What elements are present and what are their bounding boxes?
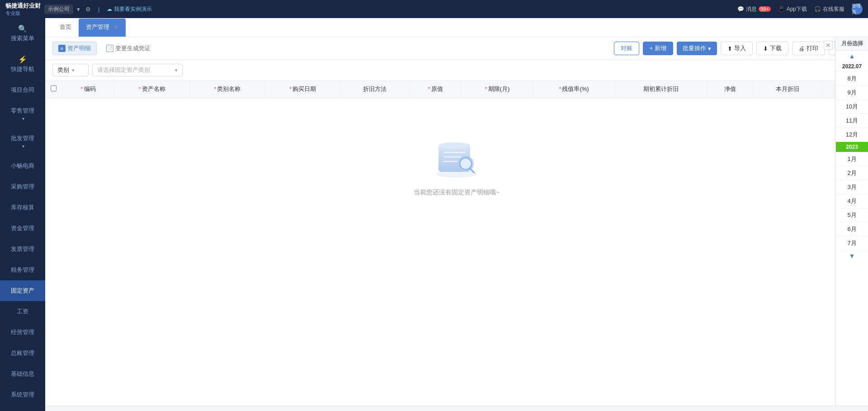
empty-state: 当前您还没有固定资产明细哦~	[45, 98, 868, 233]
month-8[interactable]: 8月	[836, 72, 868, 86]
category-filter[interactable]: 类别 ▾	[52, 64, 89, 76]
import-button[interactable]: ⬆ 导入	[721, 42, 753, 55]
col-code: *编码	[62, 80, 114, 98]
col-monthly-depreciation: 本月折旧	[753, 80, 822, 98]
sidebar-item-operations[interactable]: 经营管理	[0, 322, 45, 343]
filter-row: 类别 ▾ 请选择固定资产类别 ▾	[45, 60, 868, 80]
sidebar-item-system[interactable]: 系统管理	[0, 384, 45, 405]
company-dropdown-icon[interactable]: ▾	[77, 6, 80, 13]
sidebar-item-finance[interactable]: 资金管理	[0, 218, 45, 239]
month-9[interactable]: 9月	[836, 86, 868, 100]
sidebar-item-ledger[interactable]: 总账管理	[0, 343, 45, 364]
sidebar-quick-nav[interactable]: ⚡ 快捷导航	[0, 49, 45, 80]
select-all-checkbox[interactable]	[51, 85, 57, 91]
top-bar-left: 畅捷通好业财 专业版 示例公司 ▾ ⚙ | ☁ 我要看实例演示	[5, 2, 152, 17]
sub-tab-detail[interactable]: ≡ 资产明细	[52, 42, 97, 55]
sidebar-item-assets[interactable]: 固定资产	[0, 280, 45, 301]
col-accumulated-depreciation: 期初累计折旧	[615, 80, 707, 98]
tab-close-icon[interactable]: ✕	[114, 24, 118, 30]
sidebar-item-purchase[interactable]: 采购管理	[0, 176, 45, 197]
col-category: *类别名称	[189, 80, 265, 98]
input-arrow-icon: ▾	[175, 67, 178, 73]
col-depreciation-method: 折旧方法	[340, 80, 410, 98]
search-icon: 🔍	[4, 24, 42, 33]
brand-logo: 畅捷通好业财 专业版	[5, 2, 41, 17]
sidebar-item-wholesale[interactable]: 批发管理 ▾	[0, 128, 45, 156]
col-purchase-date: *购买日期	[265, 80, 340, 98]
demo-icon: ☁	[107, 6, 112, 12]
sidebar-item-invoice[interactable]: 发票管理	[0, 239, 45, 260]
svg-point-3	[439, 142, 470, 149]
month-12[interactable]: 12月	[836, 128, 868, 142]
reconcile-button[interactable]: 对账	[614, 42, 639, 55]
category-arrow-icon: ▾	[72, 67, 75, 73]
sub-tab-bar: ≡ 资产明细 📄 变更生成凭证 对账 + 新增 批量操作 ▾ ⬆	[45, 37, 868, 60]
online-service-button[interactable]: 🎧 在线客服	[814, 5, 844, 13]
empty-text: 当前您还没有固定资产明细哦~	[414, 189, 500, 197]
page-content: ≡ 资产明细 📄 变更生成凭证 对账 + 新增 批量操作 ▾ ⬆	[45, 37, 868, 406]
bottom-scrollbar[interactable]	[45, 406, 868, 411]
settings-icon[interactable]: ⚙	[85, 6, 91, 13]
empty-illustration	[429, 134, 484, 180]
download-icon: ⬇	[763, 45, 768, 52]
download-button[interactable]: ⬇ 下载	[756, 42, 788, 55]
user-avatar[interactable]: 管理员	[852, 4, 863, 14]
month-panel-header: 月份选择	[836, 37, 868, 51]
month-10[interactable]: 10月	[836, 100, 868, 114]
detail-tab-icon: ≡	[58, 45, 66, 52]
sub-tab-voucher[interactable]: 📄 变更生成凭证	[100, 42, 156, 55]
month-6[interactable]: 6月	[836, 222, 868, 236]
main-layout: 🔍 搜索菜单 ⚡ 快捷导航 项目合同 零售管理 ▾ 批发管理 ▾ 小畅电商 采购…	[0, 18, 868, 411]
month-year-2022: 2022.07	[836, 61, 868, 72]
month-4[interactable]: 4月	[836, 194, 868, 208]
content-area: 首页 资产管理 ✕ ≡ 资产明细 📄 变更生成凭证	[45, 18, 868, 411]
col-original-value: *原值	[410, 80, 462, 98]
batch-dropdown-icon: ▾	[708, 45, 711, 52]
month-year-2023-label: 2023	[836, 142, 868, 152]
nav-icon: ⚡	[4, 55, 42, 64]
col-name: *资产名称	[114, 80, 190, 98]
tab-assets[interactable]: 资产管理 ✕	[79, 19, 126, 37]
sidebar-item-tax[interactable]: 税务管理	[0, 260, 45, 280]
table-select-all[interactable]	[45, 80, 62, 98]
month-11[interactable]: 11月	[836, 114, 868, 128]
sidebar-search[interactable]: 🔍 搜索菜单	[0, 18, 45, 49]
demo-link[interactable]: ☁ 我要看实例演示	[107, 5, 152, 13]
month-nav-up[interactable]: ▲	[836, 51, 868, 61]
sidebar-item-ecommerce[interactable]: 小畅电商	[0, 156, 45, 176]
retail-arrow-icon: ▾	[22, 116, 24, 121]
month-7[interactable]: 7月	[836, 236, 868, 250]
tab-home[interactable]: 首页	[52, 19, 79, 37]
sidebar-item-basics[interactable]: 基础信息	[0, 364, 45, 384]
voucher-tab-icon: 📄	[106, 45, 113, 52]
message-badge: 99+	[759, 6, 771, 12]
add-button[interactable]: + 新增	[643, 42, 673, 55]
assets-table: *编码 *资产名称 *类别名称 *购买日期 折旧方法 *原值 *期限(月) *残…	[45, 80, 868, 233]
message-button[interactable]: 💬 消息 99+	[737, 5, 771, 13]
sidebar-item-project[interactable]: 项目合同	[0, 80, 45, 100]
message-icon: 💬	[737, 6, 744, 12]
sidebar-item-inventory[interactable]: 库存核算	[0, 197, 45, 218]
sidebar: 🔍 搜索菜单 ⚡ 快捷导航 项目合同 零售管理 ▾ 批发管理 ▾ 小畅电商 采购…	[0, 18, 45, 411]
tab-bar: 首页 资产管理 ✕	[45, 18, 868, 37]
print-button[interactable]: 🖨 打印	[792, 42, 825, 55]
top-bar: 畅捷通好业财 专业版 示例公司 ▾ ⚙ | ☁ 我要看实例演示 💬 消息 99+…	[0, 0, 868, 18]
month-5[interactable]: 5月	[836, 208, 868, 222]
month-2[interactable]: 2月	[836, 166, 868, 180]
month-1[interactable]: 1月	[836, 152, 868, 166]
month-3[interactable]: 3月	[836, 180, 868, 194]
col-net-value: 净值	[707, 80, 753, 98]
col-residual-rate: *残值率(%)	[533, 80, 615, 98]
table-wrapper: *编码 *资产名称 *类别名称 *购买日期 折旧方法 *原值 *期限(月) *残…	[45, 80, 868, 406]
month-panel: 月份选择 ▲ 2022.07 8月 9月 10月 11月 12月 2023 1月…	[835, 37, 868, 406]
sidebar-item-salary[interactable]: 工资	[0, 301, 45, 322]
month-nav-down[interactable]: ▼	[836, 250, 868, 261]
app-download-button[interactable]: 📱 App下载	[778, 5, 807, 13]
category-input[interactable]: 请选择固定资产类别 ▾	[92, 64, 183, 76]
col-period: *期限(月)	[462, 80, 533, 98]
wholesale-arrow-icon: ▾	[22, 144, 24, 149]
sidebar-item-retail[interactable]: 零售管理 ▾	[0, 100, 45, 128]
batch-button[interactable]: 批量操作 ▾	[677, 42, 717, 55]
close-panel-button[interactable]: ✕	[824, 41, 833, 50]
company-selector[interactable]: 示例公司	[44, 5, 73, 14]
